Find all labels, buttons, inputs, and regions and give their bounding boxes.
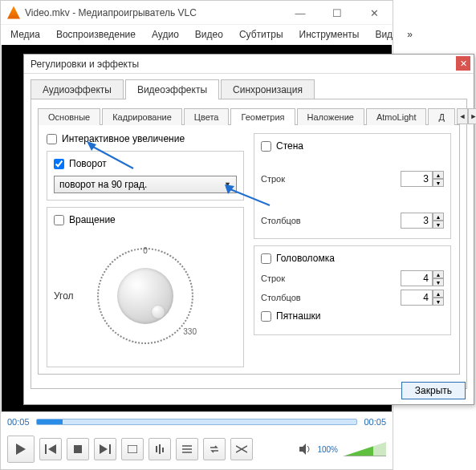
- shuffle-button[interactable]: [230, 438, 253, 460]
- puzzle-rows-label: Строк: [261, 273, 285, 283]
- ext-settings-button[interactable]: [148, 438, 171, 460]
- rotate-checkbox[interactable]: Поворот: [54, 158, 237, 169]
- volume-slider[interactable]: [343, 442, 386, 456]
- rotate-select-value: поворот на 90 град.: [59, 179, 147, 190]
- menubar: Медиа Воспроизведение Аудио Видео Субтит…: [1, 25, 393, 44]
- rotate-select[interactable]: поворот на 90 град. ▼: [54, 176, 237, 193]
- window-title: Video.mkv - Медиапроигрыватель VLC: [25, 7, 197, 18]
- spin-down-icon[interactable]: ▼: [433, 179, 444, 187]
- loop-icon: [209, 444, 220, 454]
- fifteen-input[interactable]: [261, 311, 271, 322]
- spin-up-icon[interactable]: ▲: [433, 270, 444, 278]
- effects-dialog-title[interactable]: Регулировки и эффекты: [24, 55, 474, 74]
- menu-playback[interactable]: Воспроизведение: [50, 27, 142, 42]
- play-button[interactable]: [7, 436, 35, 463]
- fifteen-checkbox[interactable]: Пятнашки: [261, 310, 444, 322]
- shuffle-icon: [236, 444, 247, 454]
- subtab-basic[interactable]: Основные: [38, 108, 100, 125]
- effects-close-button[interactable]: ✕: [456, 56, 470, 71]
- menu-tools[interactable]: Инструменты: [293, 27, 366, 42]
- rotate-input[interactable]: [54, 159, 64, 169]
- equalizer-icon: [155, 444, 165, 454]
- puzzle-cols-spinner[interactable]: ▲▼: [401, 290, 444, 306]
- menu-view[interactable]: Вид: [368, 27, 399, 42]
- minimize-button[interactable]: —: [282, 1, 319, 25]
- time-total: 00:05: [364, 417, 386, 427]
- spin-down-icon[interactable]: ▼: [433, 278, 444, 286]
- close-button[interactable]: ✕: [356, 1, 393, 25]
- svg-marker-0: [16, 444, 26, 455]
- subtab-overlay[interactable]: Наложение: [297, 108, 364, 125]
- playlist-button[interactable]: [176, 438, 198, 460]
- fullscreen-icon: [128, 445, 137, 453]
- puzzle-rows-spinner[interactable]: ▲▼: [401, 270, 444, 286]
- spin-up-icon[interactable]: ▲: [433, 213, 444, 221]
- menu-overflow[interactable]: »: [402, 27, 417, 42]
- menu-subtitles[interactable]: Субтитры: [233, 27, 290, 42]
- wall-rows-input[interactable]: [401, 171, 433, 187]
- stop-icon: [74, 445, 82, 453]
- rotation-label: Вращение: [69, 214, 116, 225]
- tab-audio-effects[interactable]: Аудиоэффекты: [31, 79, 124, 99]
- maximize-button[interactable]: ☐: [319, 1, 356, 25]
- svg-rect-5: [109, 444, 111, 454]
- dial-knob[interactable]: [117, 268, 173, 324]
- rotation-input[interactable]: [54, 215, 64, 225]
- subtab-atmolight[interactable]: AtmoLight: [366, 108, 427, 125]
- subtab-scroll-right[interactable]: ►: [468, 108, 476, 124]
- wall-checkbox[interactable]: Стена: [261, 140, 444, 152]
- svg-marker-4: [100, 444, 108, 454]
- wall-cols-spinner[interactable]: ▲▼: [401, 213, 444, 229]
- effects-dialog: Регулировки и эффекты ✕ Аудиоэффекты Вид…: [23, 54, 474, 405]
- effects-close-footer-button[interactable]: Закрыть: [401, 382, 466, 399]
- puzzle-cols-input[interactable]: [401, 290, 433, 306]
- puzzle-label: Головоломка: [276, 253, 335, 264]
- loop-button[interactable]: [203, 438, 226, 460]
- puzzle-checkbox[interactable]: Головоломка: [261, 253, 444, 264]
- svg-rect-8: [159, 444, 161, 454]
- interactive-zoom-input[interactable]: [47, 134, 57, 144]
- menu-video[interactable]: Видео: [189, 27, 230, 42]
- player-controls: 00:05 00:05: [1, 411, 393, 469]
- spin-up-icon[interactable]: ▲: [433, 290, 444, 298]
- time-current: 00:05: [7, 417, 30, 427]
- svg-rect-9: [162, 448, 164, 452]
- wall-group: Стена Строк ▲▼ Столбцов: [254, 133, 451, 239]
- subtab-geometry[interactable]: Геометрия: [230, 108, 295, 125]
- geometry-panel: Интерактивное увеличение Поворот поворот…: [38, 124, 460, 375]
- svg-marker-2: [48, 444, 56, 454]
- stop-button[interactable]: [67, 438, 89, 460]
- tab-sync[interactable]: Синхронизация: [221, 79, 315, 99]
- prev-button[interactable]: [39, 438, 62, 460]
- wall-rows-spinner[interactable]: ▲▼: [401, 171, 444, 187]
- wall-rows-label: Строк: [261, 174, 285, 184]
- spin-down-icon[interactable]: ▼: [433, 298, 444, 306]
- menu-media[interactable]: Медиа: [4, 27, 47, 42]
- subtab-crop[interactable]: Кадрирование: [102, 108, 182, 125]
- wall-input[interactable]: [261, 141, 271, 152]
- subtab-more[interactable]: Д: [428, 108, 454, 125]
- dial-tick-330: 330: [183, 327, 197, 336]
- tab-video-effects[interactable]: Видеоэффекты: [125, 79, 219, 99]
- seek-slider[interactable]: [36, 419, 358, 425]
- interactive-zoom-checkbox[interactable]: Интерактивное увеличение: [47, 133, 244, 144]
- rotation-group: Вращение Угол 0 330: [47, 207, 244, 367]
- spin-down-icon[interactable]: ▼: [433, 221, 444, 229]
- playlist-icon: [182, 445, 192, 453]
- subtab-scroll-left[interactable]: ◄: [457, 108, 468, 124]
- subtab-colors[interactable]: Цвета: [184, 108, 230, 125]
- speaker-icon[interactable]: [299, 444, 312, 455]
- dial-tick-0: 0: [143, 246, 148, 255]
- rotation-checkbox[interactable]: Вращение: [54, 214, 237, 225]
- puzzle-rows-input[interactable]: [401, 270, 433, 286]
- angle-label: Угол: [54, 290, 74, 302]
- rotation-dial[interactable]: 0 330: [97, 248, 193, 344]
- wall-cols-input[interactable]: [401, 213, 433, 229]
- next-button[interactable]: [94, 438, 116, 460]
- puzzle-input[interactable]: [261, 253, 271, 264]
- menu-audio[interactable]: Аудио: [145, 27, 185, 42]
- fx-main-tabs: Аудиоэффекты Видеоэффекты Синхронизация: [31, 79, 467, 99]
- spin-up-icon[interactable]: ▲: [433, 171, 444, 179]
- svg-rect-1: [45, 444, 47, 454]
- fullscreen-button[interactable]: [121, 438, 144, 460]
